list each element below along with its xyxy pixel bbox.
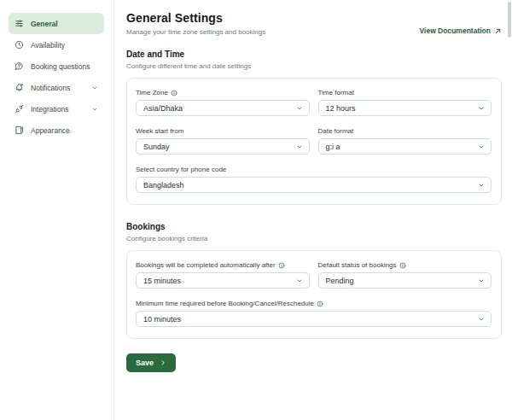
chevron-down-icon	[91, 106, 98, 113]
date-time-section-header: Date and Time Configure different time a…	[126, 50, 502, 70]
sidebar-item-label: General	[31, 20, 98, 28]
chevron-right-icon	[160, 359, 166, 366]
chevron-down-icon	[478, 105, 485, 112]
brush-icon	[15, 125, 24, 135]
save-button-label: Save	[136, 359, 154, 367]
time-zone-value: Asia/Dhaka	[143, 104, 183, 113]
chevron-down-icon	[296, 105, 303, 112]
info-icon[interactable]	[171, 90, 177, 96]
view-documentation-link[interactable]: View Documentation	[420, 26, 502, 36]
plug-icon	[15, 104, 24, 114]
section-subtitle: Configure different time and date settin…	[126, 62, 502, 70]
clock-icon	[15, 40, 24, 50]
min-time-label: Minimum time required before Booking/Can…	[136, 300, 314, 307]
section-title: Date and Time	[126, 50, 502, 59]
external-link-icon	[494, 27, 502, 35]
chevron-down-icon	[478, 316, 485, 323]
min-time-value: 10 minutes	[143, 315, 181, 324]
min-time-select[interactable]: 10 minutes	[136, 311, 492, 327]
week-start-select[interactable]: Sunday	[136, 138, 310, 155]
time-format-select[interactable]: 12 hours	[318, 100, 492, 116]
chevron-down-icon	[296, 143, 303, 150]
view-documentation-label: View Documentation	[420, 26, 491, 35]
vertical-scrollbar[interactable]	[508, 2, 511, 38]
general-settings-panel: General Settings Manage your time zone s…	[114, 0, 512, 420]
section-subtitle: Configure bookings criteria	[126, 235, 502, 242]
chevron-down-icon	[478, 143, 485, 150]
time-zone-field: Time Zone Asia/Dhaka	[136, 89, 310, 116]
save-button[interactable]: Save	[126, 353, 176, 372]
page-title: General Settings	[126, 11, 265, 25]
sidebar-item-label: Availability	[31, 41, 98, 50]
week-start-value: Sunday	[143, 143, 170, 151]
page-header: General Settings Manage your time zone s…	[126, 11, 502, 36]
phone-country-field: Select country for phone code Bangladesh	[136, 166, 492, 193]
date-time-card: Time Zone Asia/Dhaka Time format 12 hour…	[126, 78, 502, 205]
default-status-select[interactable]: Pending	[318, 272, 492, 289]
time-format-value: 12 hours	[326, 104, 356, 113]
date-format-label: Date format	[318, 127, 354, 135]
sidebar-item-availability[interactable]: Availability	[9, 34, 104, 55]
phone-country-label: Select country for phone code	[136, 166, 226, 173]
time-zone-select[interactable]: Asia/Dhaka	[136, 100, 310, 116]
sidebar-item-label: Integrations	[31, 105, 84, 114]
phone-country-value: Bangladesh	[143, 181, 184, 190]
sidebar-item-booking-questions[interactable]: Booking questions	[9, 55, 104, 77]
auto-complete-field: Bookings will be completed automatically…	[136, 261, 310, 289]
default-status-field: Default status of bookings Pending	[318, 261, 492, 289]
time-format-field: Time format 12 hours	[318, 89, 492, 116]
sidebar-item-label: Notifications	[31, 84, 84, 92]
sidebar-item-notifications[interactable]: Notifications	[9, 77, 104, 98]
min-time-field: Minimum time required before Booking/Can…	[136, 300, 492, 327]
info-icon[interactable]	[399, 262, 406, 269]
date-format-select[interactable]: g:i a	[318, 138, 492, 155]
week-start-field: Week start from Sunday	[136, 127, 310, 155]
adjustments-icon	[15, 19, 24, 28]
sidebar-item-general[interactable]: General	[9, 13, 104, 34]
auto-complete-label: Bookings will be completed automatically…	[136, 261, 276, 269]
chevron-down-icon	[478, 277, 485, 284]
info-icon[interactable]	[317, 300, 323, 307]
bookings-card: Bookings will be completed automatically…	[126, 250, 502, 339]
date-format-value: g:i a	[326, 143, 340, 151]
chevron-down-icon	[296, 277, 303, 284]
date-format-field: Date format g:i a	[318, 127, 492, 155]
section-title: Bookings	[126, 222, 502, 231]
time-zone-label: Time Zone	[136, 89, 168, 96]
sidebar-item-integrations[interactable]: Integrations	[9, 98, 104, 120]
week-start-label: Week start from	[136, 127, 183, 135]
default-status-value: Pending	[326, 277, 354, 285]
question-chat-icon	[15, 61, 24, 71]
sidebar-item-appearance[interactable]: Appearance	[9, 120, 104, 141]
chevron-down-icon	[478, 182, 485, 189]
default-status-label: Default status of bookings	[318, 261, 397, 269]
settings-sidebar: General Availability Booking questions	[0, 0, 114, 420]
bell-icon	[15, 83, 24, 92]
bookings-section-header: Bookings Configure bookings criteria	[126, 222, 502, 242]
time-format-label: Time format	[318, 89, 354, 96]
auto-complete-value: 15 minutes	[143, 277, 181, 285]
info-icon[interactable]	[278, 262, 285, 269]
sidebar-item-label: Booking questions	[31, 62, 98, 71]
chevron-down-icon	[91, 85, 98, 91]
sidebar-item-label: Appearance	[31, 126, 98, 135]
auto-complete-select[interactable]: 15 minutes	[136, 272, 310, 289]
phone-country-select[interactable]: Bangladesh	[136, 177, 492, 193]
page-subtitle: Manage your time zone settings and booki…	[126, 28, 265, 36]
